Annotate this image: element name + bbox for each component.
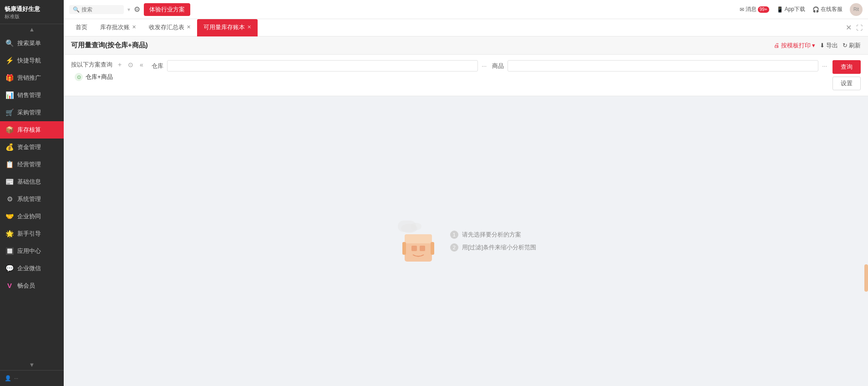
tab-home-label: 首页: [76, 23, 87, 31]
add-scheme-button[interactable]: ＋: [115, 60, 124, 69]
tab-close-icon[interactable]: ✕: [187, 24, 191, 30]
sidebar-item-purchase[interactable]: 🛒 采购管理: [0, 104, 64, 121]
warehouse-more-button[interactable]: ···: [482, 62, 487, 69]
app-center-icon: 🔲: [5, 247, 14, 255]
sidebar-item-operation[interactable]: 📋 经营管理: [0, 156, 64, 173]
chevron-down-icon: ▾: [127, 6, 130, 13]
sidebar-item-member[interactable]: V 畅会员: [0, 277, 64, 294]
sidebar-item-label: 营销推广: [17, 74, 41, 82]
search-input[interactable]: [81, 6, 118, 13]
message-button[interactable]: ✉ 消息 99+: [740, 5, 769, 13]
sidebar-bottom-settings[interactable]: 👤 ···: [0, 370, 64, 386]
filter-warehouse-row: 仓库 ···: [152, 60, 487, 72]
sidebar-item-quick-nav[interactable]: ⚡ 快捷导航: [0, 52, 64, 69]
brand-name: 畅康通好生意: [5, 5, 59, 13]
sidebar-item-system[interactable]: ⚙ 系统管理: [0, 190, 64, 208]
tab-expand-button[interactable]: ⛶: [856, 24, 863, 31]
online-service-button[interactable]: 🎧 在线客服: [812, 5, 843, 13]
filter-warehouse-field: 仓库 ···: [152, 60, 487, 72]
sidebar-item-marketing[interactable]: 🎁 营销推广: [0, 69, 64, 87]
hint-text-1: 请先选择要分析的方案: [462, 231, 521, 239]
tab-receipt-summary[interactable]: 收发存汇总表 ✕: [142, 19, 197, 36]
topbar-right: ✉ 消息 99+ 📱 App下载 🎧 在线客服 Rit: [740, 3, 863, 16]
export-button[interactable]: ⬇ 导出: [820, 41, 838, 50]
sidebar-item-label: 新手引导: [17, 230, 41, 238]
svg-rect-4: [411, 246, 417, 251]
sidebar-item-onboard[interactable]: 🌟 新手引导: [0, 225, 64, 242]
app-download-button[interactable]: 📱 App下载: [777, 5, 805, 13]
printer-icon: 🖨: [774, 42, 780, 49]
filter-scheme: 按以下方案查询 ＋ ⊙ « ⊙ 仓库+商品: [71, 60, 146, 83]
sidebar-scroll-down[interactable]: ▼: [0, 360, 64, 370]
filter-scheme-actions: ＋ ⊙ «: [115, 60, 146, 69]
refresh-button[interactable]: ↻ 刷新: [843, 41, 861, 50]
svg-rect-2: [402, 242, 406, 255]
empty-state: 1 请先选择要分析的方案 2 用[过滤]条件来缩小分析范围: [64, 96, 868, 386]
tab-home[interactable]: 首页: [69, 19, 94, 36]
tab-available-ledger[interactable]: 可用量库存账本 ✕: [197, 19, 258, 36]
sidebar-item-sales[interactable]: 📊 销售管理: [0, 87, 64, 104]
goods-label: 商品: [492, 62, 504, 70]
template-print-button[interactable]: 🖨 按模板打印 ▾: [774, 41, 815, 50]
filter-goods-field: 商品 ···: [492, 60, 827, 72]
refresh-icon: ↻: [843, 42, 848, 49]
avatar-text: Rit: [853, 7, 859, 12]
marketing-icon: 🎁: [5, 74, 14, 82]
sidebar-scroll-up[interactable]: ▲: [0, 24, 64, 35]
scheme-item-label: 仓库+商品: [86, 73, 113, 81]
sidebar: 畅康通好生意 标准版 ▲ 🔍 搜索菜单 ⚡ 快捷导航 🎁 营销推广 📊 销售管理…: [0, 0, 64, 386]
settings-icon: 👤: [5, 375, 11, 381]
sidebar-item-label: 快捷导航: [17, 57, 41, 65]
tab-close-icon[interactable]: ✕: [247, 24, 251, 30]
sidebar-item-label: 资金管理: [17, 143, 41, 151]
enterprise-icon: 🤝: [5, 212, 14, 221]
mobile-icon: 📱: [777, 6, 783, 13]
sidebar-item-search[interactable]: 🔍 搜索菜单: [0, 35, 64, 52]
goods-input[interactable]: [508, 60, 818, 72]
warehouse-input[interactable]: [167, 60, 478, 72]
tab-close-all-button[interactable]: ✕: [844, 23, 853, 32]
scheme-warehouse-goods[interactable]: ⊙ 仓库+商品: [71, 71, 146, 83]
search-box[interactable]: 🔍: [69, 5, 124, 14]
goods-more-button[interactable]: ···: [822, 62, 827, 69]
sidebar-item-label: 基础信息: [17, 178, 41, 186]
sidebar-item-wechat[interactable]: 💬 企业微信: [0, 260, 64, 277]
sidebar-item-label: 库存核算: [17, 126, 41, 134]
svg-rect-0: [405, 241, 432, 262]
cloud-decoration: [398, 221, 416, 232]
tabs-bar: 首页 库存批次账 ✕ 收发存汇总表 ✕ 可用量库存账本 ✕ ✕ ⛶: [64, 19, 868, 36]
edition-label: 标准版: [5, 13, 59, 20]
tab-batch-account[interactable]: 库存批次账 ✕: [94, 19, 142, 36]
settings-button[interactable]: 设置: [832, 77, 861, 90]
sidebar-item-inventory[interactable]: 📦 库存核算: [0, 121, 64, 139]
page-actions: 🖨 按模板打印 ▾ ⬇ 导出 ↻ 刷新: [774, 41, 861, 50]
hint-text-2: 用[过滤]条件来缩小分析范围: [462, 243, 536, 252]
right-scrollbar[interactable]: [864, 264, 868, 292]
settings-scheme-button[interactable]: ⊙: [126, 60, 135, 69]
avatar[interactable]: Rit: [850, 3, 863, 16]
empty-illustration: [396, 218, 441, 264]
sidebar-item-basic[interactable]: 📰 基础信息: [0, 173, 64, 190]
sidebar-nav: 🔍 搜索菜单 ⚡ 快捷导航 🎁 营销推广 📊 销售管理 🛒 采购管理 📦 库存核…: [0, 35, 64, 360]
sidebar-item-label: 企业协同: [17, 212, 41, 221]
search-icon: 🔍: [5, 39, 14, 47]
hint-num-1: 1: [450, 231, 458, 239]
sidebar-item-app-center[interactable]: 🔲 应用中心: [0, 242, 64, 260]
empty-hint-1: 1 请先选择要分析的方案: [450, 231, 536, 239]
quick-nav-icon: ⚡: [5, 57, 14, 65]
svg-rect-5: [420, 246, 425, 251]
purchase-icon: 🛒: [5, 108, 14, 117]
member-icon: V: [5, 282, 14, 289]
scheme-icon: ⊙: [75, 73, 83, 81]
gear-icon[interactable]: ⚙: [134, 5, 140, 14]
collapse-button[interactable]: «: [137, 60, 146, 69]
topbar: 🔍 ▾ ⚙ 体验行业方案 ✉ 消息 99+ 📱 App下载 🎧 在线客服 Rit: [64, 0, 868, 19]
trial-industry-button[interactable]: 体验行业方案: [144, 3, 190, 16]
sidebar-item-enterprise[interactable]: 🤝 企业协同: [0, 208, 64, 225]
filter-panel: 按以下方案查询 ＋ ⊙ « ⊙ 仓库+商品 仓库: [64, 55, 868, 96]
sidebar-item-finance[interactable]: 💰 资金管理: [0, 139, 64, 156]
template-print-label: 按模板打印: [781, 41, 811, 50]
filter-scheme-label: 按以下方案查询: [71, 61, 112, 69]
tab-close-icon[interactable]: ✕: [132, 24, 136, 30]
query-button[interactable]: 查询: [832, 60, 861, 74]
